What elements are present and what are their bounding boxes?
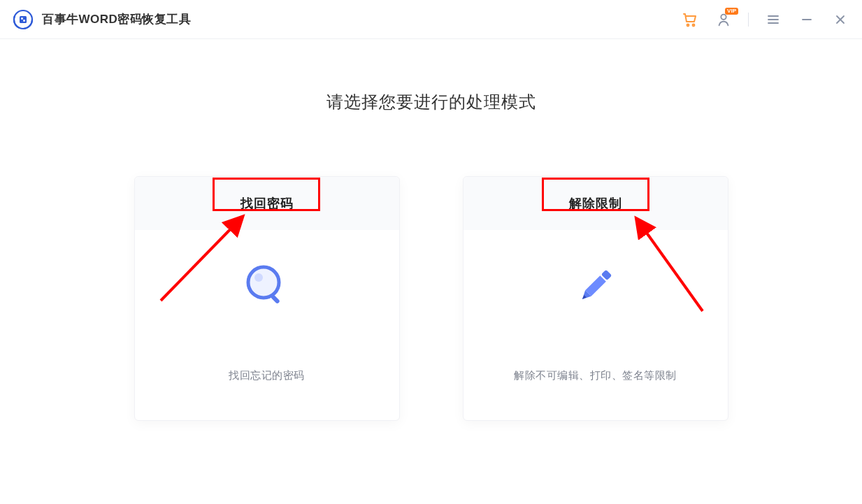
title-actions: VIP [681, 10, 849, 29]
menu-icon[interactable] [764, 10, 782, 29]
svg-rect-17 [270, 294, 280, 304]
annotation-arrow-icon [154, 210, 266, 308]
svg-line-23 [161, 218, 241, 301]
minimize-icon[interactable] [798, 10, 816, 29]
card-desc: 解除不可编辑、打印、签名等限制 [514, 369, 677, 382]
svg-line-25 [638, 220, 703, 311]
page-heading: 请选择您要进行的处理模式 [0, 91, 862, 113]
svg-rect-4 [23, 20, 25, 22]
svg-point-6 [693, 24, 695, 26]
title-bar: 百事牛WORD密码恢复工具 VIP [0, 0, 862, 39]
svg-rect-2 [20, 16, 27, 23]
pencil-icon [571, 261, 620, 313]
card-desc: 找回忘记的密码 [229, 369, 305, 382]
user-vip-icon[interactable]: VIP [714, 10, 733, 29]
cart-icon[interactable] [681, 10, 699, 29]
app-logo-icon [13, 9, 34, 30]
card-title: 解除限制 [569, 195, 622, 212]
annotation-arrow-icon [622, 210, 734, 322]
svg-point-5 [687, 24, 689, 26]
close-icon[interactable] [831, 10, 849, 29]
divider [748, 13, 749, 27]
svg-rect-3 [21, 17, 23, 20]
vip-badge: VIP [725, 8, 738, 15]
svg-point-7 [721, 14, 726, 19]
svg-rect-19 [585, 275, 606, 296]
app-title: 百事牛WORD密码恢复工具 [42, 11, 191, 27]
